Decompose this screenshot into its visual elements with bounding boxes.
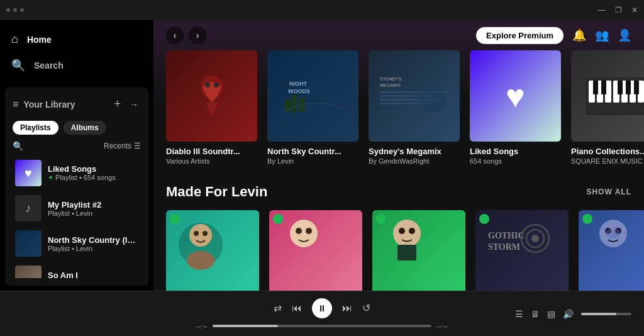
so-am-i-thumb — [15, 266, 42, 278]
library-sort[interactable]: Recents ☰ — [104, 142, 141, 150]
add-library-button[interactable]: + — [111, 95, 123, 113]
piano-cover-art — [571, 50, 644, 142]
library-item-sub: Playlist • Levin — [48, 210, 138, 217]
library-search-button[interactable]: 🔍 — [13, 141, 23, 151]
forward-button[interactable]: › — [189, 26, 206, 44]
back-button[interactable]: ‹ — [166, 26, 184, 44]
player-buttons: ⇄ ⏮ ⏸ ⏭ ↺ — [274, 298, 370, 318]
album-card[interactable]: Piano Collections... SQUARE ENIX MUSIC — [571, 50, 644, 165]
user-icon[interactable]: 👤 — [618, 28, 631, 42]
volume-bar[interactable] — [581, 313, 631, 315]
expand-library-button[interactable]: → — [127, 97, 141, 112]
total-time: --:-- — [436, 322, 448, 330]
daily-mix-label: Daily Mix 5 — [584, 289, 626, 291]
library-item-info: So Am I Album • Kurt Hugo Schneider — [48, 271, 138, 279]
list-item[interactable]: ♪ My Playlist #2 Playlist • Levin — [13, 191, 141, 225]
svg-point-35 — [290, 220, 318, 247]
lyrics-button[interactable]: ▤ — [547, 309, 555, 319]
svg-text:STORM: STORM — [488, 242, 520, 252]
explore-premium-button[interactable]: Explore Premium — [476, 27, 564, 44]
library-item-sub: Playlist • Levin — [48, 245, 138, 252]
sidebar-item-home[interactable]: ⌂ Home — [0, 26, 153, 52]
svg-point-32 — [194, 231, 199, 236]
playlist-thumb: ♪ — [15, 195, 42, 221]
library-search-row: 🔍 Recents ☰ — [13, 141, 141, 151]
daily-mix-card[interactable]: Daily Mix 3 Daily Mix 3 Darren Ang, Mich… — [372, 210, 465, 291]
svg-rect-6 — [292, 94, 297, 112]
daily-mix-label: Daily Mix 2 — [274, 289, 316, 291]
library-item-info: My Playlist #2 Playlist • Levin — [48, 200, 138, 217]
album-title: North Sky Countr... — [267, 147, 358, 156]
previous-button[interactable]: ⏮ — [292, 303, 302, 314]
svg-point-37 — [306, 228, 312, 234]
album-card[interactable]: NIGHT WOODS North Sky Countr... By Levin — [267, 50, 358, 165]
next-button[interactable]: ⏭ — [342, 303, 352, 314]
svg-text:SYDNEY'S: SYDNEY'S — [380, 77, 402, 81]
progress-bar[interactable] — [213, 325, 432, 327]
repeat-button[interactable]: ↺ — [362, 302, 370, 314]
north-sky-thumb — [15, 230, 42, 257]
shuffle-button[interactable]: ⇄ — [274, 302, 282, 314]
diablo-cover — [166, 50, 257, 142]
devices-button[interactable]: 🖥 — [531, 309, 540, 319]
sidebar-item-search[interactable]: 🔍 Search — [0, 52, 153, 79]
svg-text:NIGHT: NIGHT — [289, 81, 308, 87]
album-title: Diablo III Soundtr... — [166, 147, 257, 156]
library-item-name: Liked Songs — [48, 164, 138, 174]
album-row: Diablo III Soundtr... Various Artists NI… — [166, 50, 631, 165]
liked-songs-cover: ♥ — [470, 50, 561, 142]
library-icon: ≡ — [13, 99, 18, 110]
dm2-art — [275, 213, 332, 270]
daily-mix-label: Daily Mix 3 — [377, 289, 419, 291]
daily-mix-card[interactable]: GOTHIC STORM Daily Mix 4 Daily Mix 4 Got… — [475, 210, 569, 291]
topbar: ‹ › Explore Premium 🔔 👥 👤 — [153, 20, 644, 50]
progress-bar-fill — [213, 325, 279, 327]
filter-albums[interactable]: Albums — [64, 121, 106, 135]
piano-art — [579, 65, 645, 128]
album-card[interactable]: SYDNEY'S MEGAMIX Sydney's Megamix By Gen… — [369, 50, 460, 165]
titlebar-dots — [6, 8, 24, 12]
show-all-button[interactable]: Show all — [586, 188, 631, 196]
svg-point-41 — [409, 228, 415, 234]
list-item[interactable]: So Am I Album • Kurt Hugo Schneider — [13, 262, 141, 278]
notifications-icon[interactable]: 🔔 — [572, 28, 586, 42]
svg-point-48 — [531, 235, 539, 242]
volume-icon[interactable]: 🔊 — [563, 309, 574, 319]
svg-text:GOTHIC: GOTHIC — [488, 231, 525, 240]
svg-point-53 — [606, 228, 621, 238]
album-card[interactable]: Diablo III Soundtr... Various Artists — [166, 50, 257, 165]
main-layout: ⌂ Home 🔍 Search ≡ Your Library + → Pl — [0, 20, 644, 291]
friends-icon[interactable]: 👥 — [595, 28, 609, 42]
album-sub: By Levin — [267, 157, 358, 165]
filter-playlists[interactable]: Playlists — [13, 121, 58, 135]
home-icon: ⌂ — [11, 33, 18, 46]
sidebar-home-label: Home — [27, 35, 52, 45]
north-sky-art: NIGHT WOODS — [282, 74, 345, 118]
svg-rect-42 — [397, 245, 416, 260]
topbar-right: Explore Premium 🔔 👥 👤 — [476, 27, 631, 44]
album-title: Piano Collections... — [571, 147, 644, 156]
library-item-name: My Playlist #2 — [48, 200, 138, 210]
daily-mix-card[interactable]: Daily Mix 5 Daily Mix 5 Darren Korb, Chr… — [579, 210, 644, 291]
svg-rect-27 — [634, 81, 639, 94]
liked-songs-thumb: ♥ — [15, 160, 42, 186]
scroll-content[interactable]: Diablo III Soundtr... Various Artists NI… — [153, 50, 644, 291]
queue-button[interactable]: ☰ — [515, 309, 523, 319]
album-card[interactable]: ♥ Liked Songs 654 songs — [470, 50, 561, 165]
library-item-info: North Sky Country (In-Game) Playlist • L… — [48, 235, 138, 252]
daily-mix-card[interactable]: Daily Mix 2 Daily Mix 2 ROZEN, Nobuo Uem… — [269, 210, 362, 291]
list-item[interactable]: North Sky Country (In-Game) Playlist • L… — [13, 227, 141, 260]
album-sub: 654 songs — [470, 157, 561, 165]
current-time: --:-- — [196, 322, 208, 330]
minimize-button[interactable]: — — [598, 6, 606, 14]
close-button[interactable]: ✕ — [631, 6, 638, 14]
pause-button[interactable]: ⏸ — [312, 298, 332, 318]
daily-mix-card[interactable]: Daily Mix 1 Daily Mix 1 Josh Whelchel, K… — [166, 210, 259, 291]
album-title: Sydney's Megamix — [369, 147, 460, 156]
sidebar-nav: ⌂ Home 🔍 Search — [0, 20, 153, 85]
library-item-name: North Sky Country (In-Game) — [48, 235, 138, 245]
svg-point-2 — [214, 82, 219, 87]
list-item[interactable]: ♥ Liked Songs ✦ Playlist • 654 songs — [13, 156, 141, 190]
library-item-sub: ✦ Playlist • 654 songs — [48, 174, 138, 182]
maximize-button[interactable]: ❐ — [615, 6, 622, 14]
